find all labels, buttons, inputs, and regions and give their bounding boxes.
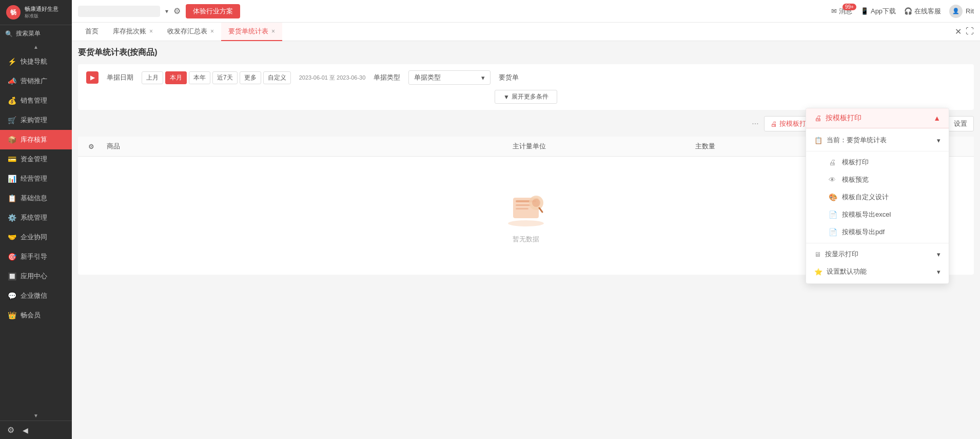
expand-more-label: 展开更多条件	[512, 92, 548, 101]
sidebar-item-label: 采购管理	[21, 116, 47, 125]
topbar-dropdown-arrow[interactable]: ▾	[165, 8, 168, 15]
sidebar-bottom-bar: ⚙ ◀	[0, 421, 72, 439]
sidebar-item-finance[interactable]: 💳 资金管理	[0, 149, 72, 169]
sidebar-item-collab[interactable]: 🤝 企业协同	[0, 227, 72, 247]
close-tab-icon[interactable]: ✕	[955, 27, 962, 36]
industry-solution-button[interactable]: 体验行业方案	[186, 4, 240, 18]
date-current-year-btn[interactable]: 本年	[189, 71, 210, 84]
tab-batch-label: 库存批次账	[113, 27, 146, 36]
export-excel-icon: 📄	[829, 211, 837, 219]
svg-rect-4	[516, 208, 528, 209]
expand-more-button[interactable]: ▼ 展开更多条件	[495, 90, 557, 104]
sidebar-item-label: 快捷导航	[21, 57, 47, 66]
dropdown-item-export-pdf[interactable]: 📄 按模板导出pdf	[806, 223, 949, 241]
sidebar-item-wechat[interactable]: 💬 企业微信	[0, 286, 72, 306]
date-buttons: 上月 本月 本年 近7天 更多 自定义	[142, 71, 291, 84]
column-settings-icon[interactable]: ⚙	[88, 143, 94, 150]
date-more-btn[interactable]: 更多	[240, 71, 261, 84]
date-current-month-btn[interactable]: 本月	[165, 71, 187, 84]
tab-order-stats[interactable]: 要货单统计表 ×	[221, 23, 282, 41]
tab-collection-close[interactable]: ×	[210, 28, 214, 35]
scroll-up-button[interactable]: ▲	[0, 42, 72, 52]
messages-badge: 99+	[842, 4, 856, 10]
online-service-button[interactable]: 🎧 在线客服	[904, 7, 941, 16]
sidebar-item-operations[interactable]: 📊 经营管理	[0, 169, 72, 188]
sidebar-item-basics[interactable]: 📋 基础信息	[0, 188, 72, 208]
wechat-icon: 💬	[7, 291, 16, 300]
tab-batch[interactable]: 库存批次账 ×	[106, 23, 160, 41]
current-template-icon: 📋	[814, 137, 822, 144]
template-preview-icon: 👁	[829, 176, 837, 184]
sidebar-item-label: 企业微信	[21, 291, 47, 300]
settings-icon[interactable]: ⚙	[7, 425, 14, 435]
quick-nav-icon: ⚡	[7, 57, 16, 66]
user-name: Rit	[966, 7, 974, 15]
topbar-search-input[interactable]	[78, 6, 160, 17]
main-area: ▾ ⚙ 体验行业方案 ✉ 消息 99+ 📱 App下载 🎧 在线客服 👤 Rit	[72, 0, 980, 439]
sidebar-item-guide[interactable]: 🎯 新手引导	[0, 247, 72, 266]
type-filter-label: 单据类型	[374, 73, 400, 82]
th-quantity: 主数量	[617, 137, 794, 156]
app-name: 畅康通好生意	[25, 5, 58, 12]
dropdown-close-button[interactable]: ▲	[933, 114, 940, 122]
svg-point-6	[532, 199, 540, 207]
sidebar-item-member[interactable]: 👑 畅会员	[0, 306, 72, 325]
sidebar-item-apps[interactable]: 🔲 应用中心	[0, 266, 72, 286]
tab-batch-close[interactable]: ×	[149, 28, 153, 35]
user-profile-button[interactable]: 👤 Rit	[949, 5, 974, 18]
app-badge: 标准版	[25, 13, 58, 20]
date-range-display: 2023-06-01 至 2023-06-30	[299, 74, 366, 82]
template-design-label: 模板自定义设计	[842, 193, 889, 202]
dropdown-header: 🖨 按模板打印 ▲	[806, 108, 949, 128]
message-icon: ✉	[831, 7, 837, 15]
export-pdf-icon: 📄	[829, 228, 837, 236]
date-7days-btn[interactable]: 近7天	[212, 71, 238, 84]
dropdown-divider-2	[806, 243, 949, 243]
date-prev-month-btn[interactable]: 上月	[142, 71, 163, 84]
dropdown-item-export-excel[interactable]: 📄 按模板导出excel	[806, 206, 949, 223]
settings-button[interactable]: 设置	[947, 116, 974, 131]
sidebar-item-inventory[interactable]: 📦 库存核算	[0, 130, 72, 149]
tab-collection[interactable]: 收发存汇总表 ×	[160, 23, 221, 41]
tab-home[interactable]: 首页	[78, 23, 106, 41]
sidebar-item-quick-nav[interactable]: ⚡ 快捷导航	[0, 52, 72, 71]
sidebar-item-system[interactable]: ⚙️ 系统管理	[0, 208, 72, 227]
template-preview-label: 模板预览	[842, 175, 869, 184]
more-actions-dots[interactable]: ···	[752, 119, 758, 128]
export-pdf-label: 按模板导出pdf	[842, 227, 885, 237]
dropdown-item-template-print[interactable]: 🖨 模板打印	[806, 154, 949, 171]
tabbar: 首页 库存批次账 × 收发存汇总表 × 要货单统计表 × ✕ ⛶	[72, 23, 980, 41]
scroll-down-button[interactable]: ▼	[0, 411, 72, 421]
sidebar-item-marketing[interactable]: 📣 营销推广	[0, 71, 72, 91]
template-print-label: 模板打印	[842, 158, 869, 167]
sidebar-item-sales[interactable]: 💰 销售管理	[0, 91, 72, 110]
app-download-button[interactable]: 📱 App下载	[860, 7, 896, 16]
sidebar-item-purchase[interactable]: 🛒 采购管理	[0, 110, 72, 130]
messages-button[interactable]: ✉ 消息 99+	[831, 7, 852, 16]
search-menu-item[interactable]: 🔍 搜索菜单	[0, 25, 72, 42]
logo-text-block: 畅康通好生意 标准版	[25, 5, 58, 19]
topbar-gear-icon[interactable]: ⚙	[173, 6, 181, 16]
sidebar-item-label: 新手引导	[21, 252, 47, 261]
type-select-value: 单据类型	[414, 73, 441, 82]
sidebar-item-label: 库存核算	[21, 135, 47, 144]
purchase-icon: 🛒	[7, 116, 16, 125]
tab-order-stats-close[interactable]: ×	[271, 28, 275, 35]
dropdown-body: 📋 当前：要货单统计表 ▾ 🖨 模板打印 👁 模板预览 🎨 模板自定义设计	[806, 128, 949, 283]
online-service-label: 在线客服	[914, 7, 941, 16]
dropdown-set-default[interactable]: ⭐ 设置默认功能 ▾	[806, 263, 949, 280]
dropdown-item-template-design[interactable]: 🎨 模板自定义设计	[806, 188, 949, 206]
collapse-icon[interactable]: ◀	[23, 426, 28, 434]
dropdown-item-template-preview[interactable]: 👁 模板预览	[806, 171, 949, 188]
filter-row-1: ▶ 单据日期 上月 本月 本年 近7天 更多 自定义 2023-06-01 至 …	[86, 70, 966, 85]
expand-tab-icon[interactable]: ⛶	[966, 27, 974, 36]
dropdown-current-template[interactable]: 📋 当前：要货单统计表 ▾	[806, 131, 949, 149]
dropdown-display-print[interactable]: 🖥 按显示打印 ▾	[806, 245, 949, 263]
print-header-icon: 🖨	[814, 114, 821, 122]
type-filter-select[interactable]: 单据类型 ▾	[408, 70, 491, 85]
basics-icon: 📋	[7, 194, 16, 203]
date-custom-btn[interactable]: 自定义	[263, 71, 291, 84]
member-icon: 👑	[7, 311, 16, 320]
tabbar-expand-actions: ✕ ⛶	[955, 27, 974, 36]
filter-expand-button[interactable]: ▶	[86, 71, 99, 84]
